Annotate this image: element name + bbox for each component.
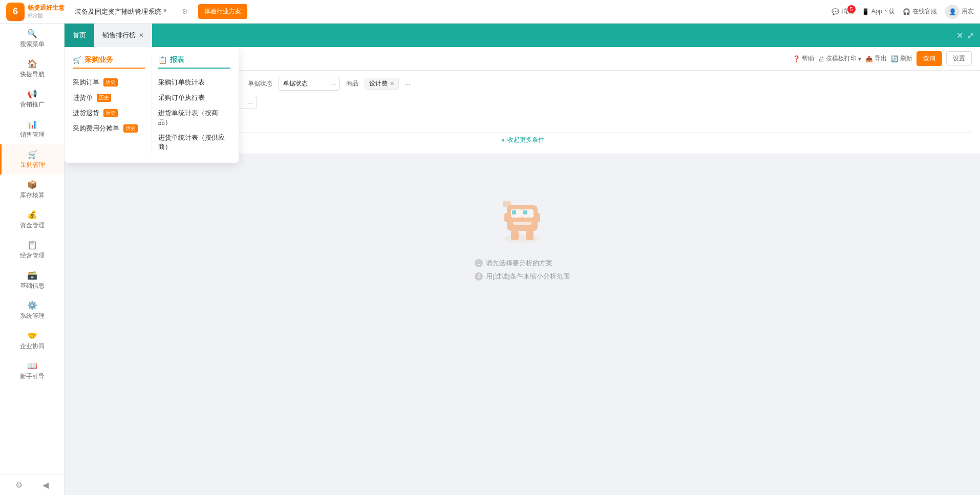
sidebar-item-guide[interactable]: 📖 新手引导 [0, 356, 64, 386]
menu-item-goods-receipt[interactable]: 进货单 历史 [73, 90, 145, 105]
query-button[interactable]: 查询 [917, 51, 942, 66]
money-icon: 💰 [27, 210, 37, 220]
collapse-icon[interactable]: ◀ [42, 480, 49, 490]
sidebar-item-operation[interactable]: 📋 经营管理 [0, 235, 64, 265]
report-section: 📋 报表 采购订单统计表 采购订单执行表 进货单统计表（按商品） [158, 55, 231, 155]
menu-item-purchase-order[interactable]: 采购订单 历史 [73, 75, 145, 90]
purchase-section-label: 采购业务 [84, 55, 113, 64]
svg-rect-7 [504, 213, 508, 222]
menu-item-goods-stat-product-label: 进货单统计表（按商品） [158, 109, 231, 127]
report-section-icon: 📋 [158, 56, 167, 64]
phone-icon: 📱 [862, 8, 869, 15]
settings-button[interactable]: 设置 [946, 51, 972, 66]
tab-bar: 首页 销售排行榜 ✕ ✕ ⤢ [65, 24, 980, 47]
sidebar-item-purchase-label: 采购管理 [20, 161, 45, 169]
export-action[interactable]: 📤 导出 [865, 54, 887, 63]
refresh-icon: 🔄 [891, 55, 899, 62]
empty-hint2: 用[过滤]条件来缩小分析范围 [486, 270, 569, 283]
user-action[interactable]: 👤 用友 [945, 5, 974, 19]
tab-close-all-icon[interactable]: ✕ [956, 31, 963, 40]
menu-item-goods-receipt-label: 进货单 [73, 93, 93, 102]
empty-hint1: 请先选择要分析的方案 [486, 256, 552, 270]
tab-bar-right: ✕ ⤢ [956, 31, 980, 40]
svg-rect-11 [503, 201, 511, 207]
sidebar-item-marketing[interactable]: 📢 营销推广 [0, 84, 64, 114]
svg-rect-5 [523, 210, 527, 214]
sidebar-item-marketing-label: 营销推广 [20, 100, 45, 109]
print-action[interactable]: 🖨 按模板打印 ▾ [818, 54, 861, 63]
sidebar-item-system[interactable]: ⚙️ 系统管理 [0, 295, 64, 326]
hist-badge-purchase-order: 历史 [103, 78, 118, 87]
sidebar-item-purchase[interactable]: 🛒 采购管理 [0, 144, 64, 175]
dropdown-arrow-icon[interactable]: ▾ [163, 7, 174, 17]
home-icon: 🏠 [27, 59, 37, 69]
message-action[interactable]: 💬 消息 5 [832, 7, 854, 16]
menu-item-goods-return-label: 进货退货 [73, 109, 99, 118]
svg-rect-1 [507, 205, 538, 231]
report-section-label: 报表 [170, 55, 184, 64]
message-badge: 5 [847, 5, 856, 13]
avatar: 👤 [945, 5, 960, 19]
menu-item-purchase-expense[interactable]: 采购费用分摊单 历史 [73, 121, 145, 136]
sidebar-item-basic[interactable]: 🗃️ 基础信息 [0, 265, 64, 295]
menu-item-goods-stat-product[interactable]: 进货单统计表（按商品） [158, 105, 231, 130]
sidebar-item-operation-label: 经营管理 [20, 251, 45, 260]
hist-badge-purchase-expense: 历史 [123, 124, 138, 133]
industry-button[interactable]: 体验行业方案 [198, 4, 247, 19]
sidebar-item-nav-label: 快捷导航 [20, 70, 45, 79]
export-label: 导出 [875, 54, 887, 63]
status-select[interactable]: 单据状态 ··· [279, 77, 340, 91]
tab-home-label: 首页 [73, 31, 86, 40]
tab-sales-rank[interactable]: 销售排行榜 ✕ [94, 24, 152, 47]
sidebar-item-inventory[interactable]: 📦 库存核算 [0, 175, 64, 205]
sidebar-item-finance[interactable]: 💰 资金管理 [0, 205, 64, 235]
bottom-settings-icon[interactable]: ⚙ [15, 480, 23, 490]
product-tag: 设计费 ✕ [365, 78, 399, 90]
purchase-dropdown-menu: 🛒 采购业务 采购订单 历史 进货单 历史 进货退货 [65, 47, 239, 163]
settings-gear-icon[interactable]: ⚙ [178, 5, 192, 19]
menu-item-goods-stat-supplier-label: 进货单统计表（按供应商） [158, 133, 231, 152]
product-tag-close-icon[interactable]: ✕ [390, 80, 394, 87]
menu-item-goods-stat-supplier[interactable]: 进货单统计表（按供应商） [158, 130, 231, 155]
menu-item-purchase-order-stat[interactable]: 采购订单统计表 [158, 75, 231, 90]
menu-item-purchase-order-exec[interactable]: 采购订单执行表 [158, 90, 231, 105]
sidebar-item-nav[interactable]: 🏠 快捷导航 [0, 54, 64, 84]
logo-line2: 标准版 [28, 12, 65, 19]
svg-rect-6 [513, 222, 531, 225]
report-section-title: 📋 报表 [158, 55, 231, 69]
megaphone-icon: 📢 [27, 89, 37, 99]
product-more-icon[interactable]: ··· [405, 80, 410, 88]
sidebar-item-inventory-label: 库存核算 [20, 191, 45, 200]
tab-expand-icon[interactable]: ⤢ [967, 31, 974, 40]
svg-rect-9 [511, 231, 519, 240]
export-icon: 📤 [865, 55, 873, 62]
sidebar-bottom: ⚙ ◀ [0, 475, 64, 495]
sidebar-item-sales[interactable]: 📊 销售管理 [0, 114, 64, 144]
menu-item-goods-return[interactable]: 进货退货 历史 [73, 105, 145, 121]
message-icon: 💬 [832, 8, 839, 15]
sidebar-item-cooperation-label: 企业协同 [20, 342, 45, 351]
sidebar-item-search-label: 搜索菜单 [20, 40, 45, 49]
step2-num: 2 [475, 272, 483, 281]
sidebar-item-cooperation[interactable]: 🤝 企业协同 [0, 326, 64, 356]
online-service-action[interactable]: 🎧 在线客服 [903, 7, 937, 16]
handshake-icon: 🤝 [27, 331, 37, 340]
help-action[interactable]: ❓ 帮助 [793, 54, 814, 63]
print-icon: 🖨 [818, 55, 824, 62]
refresh-action[interactable]: 🔄 刷新 [891, 54, 912, 63]
app-download-action[interactable]: 📱 App下载 [862, 7, 894, 16]
purchase-section: 🛒 采购业务 采购订单 历史 进货单 历史 进货退货 [73, 55, 145, 155]
status-placeholder: 单据状态 [283, 79, 308, 88]
book-icon: 📖 [27, 361, 37, 371]
user-label: 用友 [962, 7, 974, 16]
status-dropdown-icon: ··· [330, 80, 335, 88]
tab-home[interactable]: 首页 [65, 24, 94, 47]
product-tag-text: 设计费 [369, 79, 388, 88]
sidebar-item-basic-label: 基础信息 [20, 282, 45, 290]
empty-text: 1 请先选择要分析的方案 2 用[过滤]条件来缩小分析范围 [475, 256, 569, 283]
product-label: 商品 [346, 79, 358, 88]
salesperson-more-icon: ··· [247, 99, 252, 106]
tab-close-icon[interactable]: ✕ [139, 32, 144, 39]
svg-point-0 [504, 234, 540, 243]
sidebar-item-search[interactable]: 🔍 搜索菜单 [0, 24, 64, 54]
